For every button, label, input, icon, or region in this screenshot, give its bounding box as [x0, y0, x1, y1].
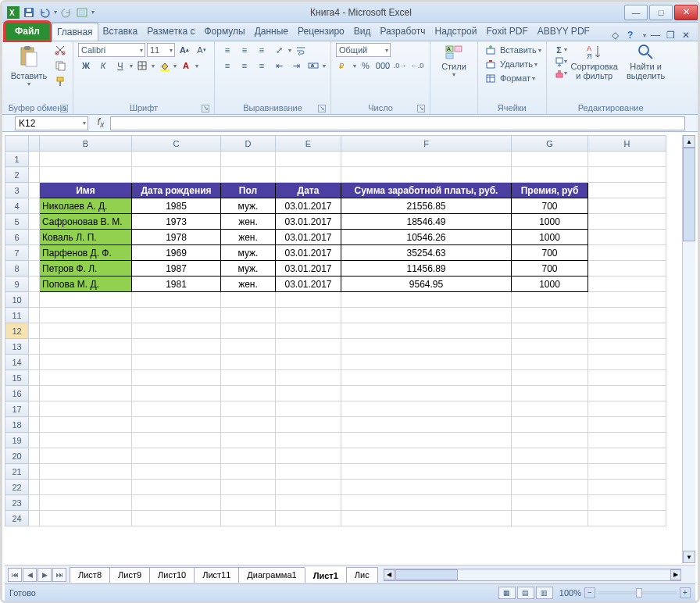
worksheet-grid[interactable]: BCDEFGH123ИмяДата рожденияПолДатаСумма з…: [5, 135, 695, 563]
column-header[interactable]: [29, 136, 40, 152]
column-header[interactable]: F: [341, 136, 512, 152]
ribbon-tab[interactable]: Разметка с: [142, 23, 199, 41]
column-header[interactable]: D: [221, 136, 276, 152]
number-format-combo[interactable]: Общий: [336, 43, 391, 57]
row-header[interactable]: 21: [5, 464, 29, 480]
file-tab[interactable]: Файл: [5, 23, 49, 40]
row-header[interactable]: 6: [5, 230, 29, 245]
row-header[interactable]: 4: [5, 198, 29, 214]
row-header[interactable]: 15: [5, 370, 29, 386]
sheet-tab[interactable]: Лист10: [149, 567, 195, 583]
ribbon-tab[interactable]: Рецензиро: [293, 23, 349, 41]
horizontal-scrollbar[interactable]: ◀ ▶: [384, 569, 681, 581]
merge-icon[interactable]: a: [305, 59, 321, 73]
row-header[interactable]: 7: [5, 245, 29, 261]
row-header[interactable]: 14: [5, 355, 29, 370]
undo-icon[interactable]: [38, 6, 51, 19]
doc-close-icon[interactable]: ✕: [682, 30, 693, 41]
ribbon-tab[interactable]: Разработч: [375, 23, 430, 41]
sheet-tab[interactable]: Лист9: [109, 567, 150, 583]
wrap-text-icon[interactable]: [293, 43, 309, 57]
font-color-icon[interactable]: A: [178, 59, 194, 73]
border-icon[interactable]: [134, 59, 150, 73]
copy-icon[interactable]: [52, 59, 68, 73]
scroll-right-icon[interactable]: ▶: [670, 569, 681, 580]
row-header[interactable]: 1: [5, 152, 29, 167]
insert-cells-icon[interactable]: [483, 43, 498, 57]
scroll-left-icon[interactable]: ◀: [384, 569, 395, 580]
align-bottom-icon[interactable]: ≡: [254, 43, 270, 57]
align-right-icon[interactable]: ≡: [254, 59, 270, 73]
fill-color-icon[interactable]: [156, 59, 172, 73]
styles-button[interactable]: A Стили▾: [435, 43, 473, 78]
normal-view-icon[interactable]: ▦: [498, 587, 516, 599]
zoom-out-icon[interactable]: −: [584, 587, 595, 598]
ribbon-tab[interactable]: Формулы: [199, 23, 249, 41]
row-header[interactable]: 18: [5, 417, 29, 433]
sheet-tab[interactable]: Лист11: [194, 567, 239, 583]
undo-dropdown[interactable]: ▾: [54, 9, 57, 16]
row-header[interactable]: 11: [5, 308, 29, 323]
sheet-nav-first-icon[interactable]: ⏮: [8, 568, 22, 582]
sheet-tab[interactable]: Диаграмма1: [238, 567, 305, 583]
minimize-ribbon-icon[interactable]: ◇: [612, 30, 623, 41]
row-header[interactable]: 16: [5, 386, 29, 401]
row-header[interactable]: 22: [5, 480, 29, 495]
row-header[interactable]: 13: [5, 339, 29, 355]
increase-indent-icon[interactable]: ⇥: [288, 59, 304, 73]
select-all-corner[interactable]: [5, 136, 29, 152]
doc-restore-icon[interactable]: ❐: [666, 30, 677, 41]
row-header[interactable]: 24: [5, 511, 29, 526]
align-top-icon[interactable]: ≡: [220, 43, 235, 57]
sheet-tab[interactable]: Лист1: [305, 567, 347, 583]
scroll-down-icon[interactable]: ▼: [683, 551, 695, 563]
sheet-nav-last-icon[interactable]: ⏭: [52, 568, 66, 582]
minimize-button[interactable]: —: [624, 5, 648, 20]
row-header[interactable]: 5: [5, 214, 29, 230]
format-cells-icon[interactable]: [483, 71, 498, 85]
row-header[interactable]: 3: [5, 183, 29, 198]
decrease-decimal-icon[interactable]: ←.0: [409, 59, 425, 73]
italic-icon[interactable]: К: [95, 59, 111, 73]
ribbon-tab[interactable]: Вставка: [98, 23, 143, 41]
maximize-button[interactable]: □: [649, 5, 673, 20]
ribbon-tab[interactable]: Главная: [52, 23, 98, 41]
zoom-level[interactable]: 100%: [559, 588, 581, 598]
column-header[interactable]: G: [512, 136, 588, 152]
ribbon-tab[interactable]: Foxit PDF: [481, 23, 532, 41]
cut-icon[interactable]: [52, 43, 68, 57]
ribbon-tab[interactable]: Надстрой: [430, 23, 482, 41]
sort-filter-button[interactable]: АЯ Сортировка и фильтр: [569, 43, 620, 80]
align-launcher[interactable]: ↘: [318, 105, 326, 112]
increase-font-icon[interactable]: A▴: [177, 43, 192, 57]
sheet-tab[interactable]: Лис: [346, 567, 378, 583]
row-header[interactable]: 9: [5, 277, 29, 292]
decrease-indent-icon[interactable]: ⇤: [271, 59, 287, 73]
row-header[interactable]: 2: [5, 167, 29, 183]
sheet-nav-next-icon[interactable]: ▶: [38, 568, 52, 582]
page-layout-view-icon[interactable]: ▤: [517, 587, 534, 599]
column-header[interactable]: C: [132, 136, 221, 152]
increase-decimal-icon[interactable]: .0→: [392, 59, 408, 73]
help-icon[interactable]: ?: [627, 30, 638, 41]
decrease-font-icon[interactable]: A▾: [194, 43, 209, 57]
qat-customize[interactable]: ▾: [91, 9, 95, 16]
row-header[interactable]: 10: [5, 292, 29, 308]
row-header[interactable]: 17: [5, 401, 29, 417]
currency-icon[interactable]: ₽: [336, 59, 352, 73]
hscroll-thumb[interactable]: [395, 569, 458, 580]
delete-cells-icon[interactable]: [483, 57, 498, 71]
font-size-combo[interactable]: 11: [147, 43, 175, 57]
fx-icon[interactable]: fx: [91, 116, 110, 129]
qat-extra-icon[interactable]: [76, 6, 88, 19]
percent-icon[interactable]: %: [358, 59, 373, 73]
ribbon-tab[interactable]: ABBYY PDF: [533, 23, 595, 41]
sheet-tab[interactable]: Лист8: [70, 567, 110, 583]
row-header[interactable]: 8: [5, 261, 29, 277]
align-center-icon[interactable]: ≡: [237, 59, 252, 73]
sheet-nav-prev-icon[interactable]: ◀: [23, 568, 37, 582]
clipboard-launcher[interactable]: ↘: [60, 105, 68, 112]
ribbon-tab[interactable]: Данные: [250, 23, 293, 41]
formula-input[interactable]: [110, 116, 685, 130]
zoom-in-icon[interactable]: +: [680, 587, 691, 598]
